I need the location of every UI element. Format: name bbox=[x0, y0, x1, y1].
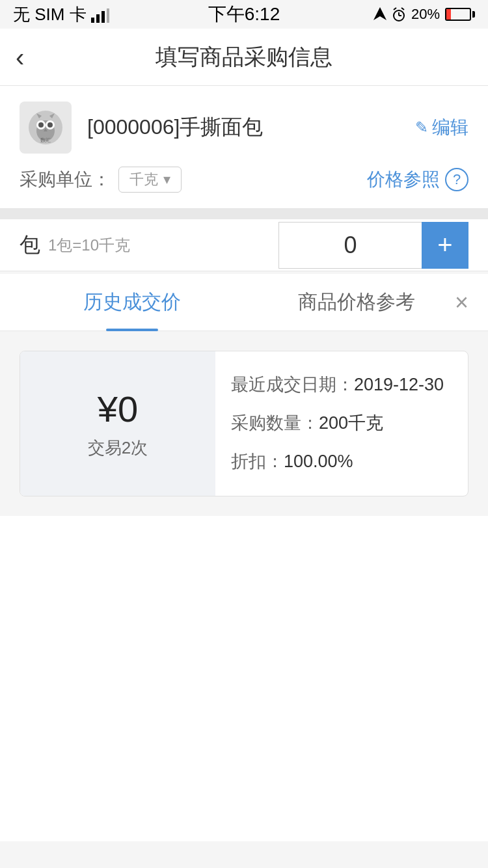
svg-marker-4 bbox=[373, 7, 386, 20]
history-detail-side: 最近成交日期：2019-12-30 采购数量：200千克 折扣：100.00% bbox=[215, 351, 468, 496]
tabs-header: 历史成交价 商品价格参考 × bbox=[0, 274, 488, 331]
currency-symbol: ¥ bbox=[98, 388, 118, 429]
page-title: 填写商品采购信息 bbox=[156, 42, 332, 72]
svg-rect-3 bbox=[107, 8, 109, 23]
price-ref-label: 价格参照 bbox=[367, 167, 440, 192]
edit-label: 编辑 bbox=[432, 115, 468, 140]
product-header: 数汇 [0000006]手撕面包 ✎ 编辑 bbox=[20, 102, 468, 154]
dropdown-arrow: ▾ bbox=[163, 171, 170, 188]
status-right: 20% bbox=[373, 6, 475, 23]
quantity-conversion: 1包=10千克 bbox=[48, 235, 130, 256]
quantity-plus-button[interactable]: + bbox=[422, 222, 468, 269]
status-time: 下午6:12 bbox=[208, 2, 280, 27]
quantity-input[interactable] bbox=[278, 222, 422, 269]
alarm-icon bbox=[392, 7, 406, 21]
history-price-amount: ¥0 bbox=[98, 388, 138, 429]
product-header-left: 数汇 [0000006]手撕面包 bbox=[20, 102, 263, 154]
signal-text: 无 SIM 卡 bbox=[13, 3, 109, 26]
history-discount-row: 折扣：100.00% bbox=[231, 448, 452, 476]
price-amount: 0 bbox=[118, 388, 138, 429]
discount-value: 100.00% bbox=[284, 452, 353, 471]
purchase-qty-label: 采购数量： bbox=[231, 413, 319, 433]
svg-point-14 bbox=[38, 122, 44, 128]
tab-underline bbox=[106, 329, 158, 331]
battery-percent: 20% bbox=[411, 6, 440, 23]
edit-icon: ✎ bbox=[415, 118, 428, 137]
nav-bar: ‹ 填写商品采购信息 bbox=[0, 29, 488, 86]
tab-history-label: 历史成交价 bbox=[83, 289, 181, 316]
status-bar: 无 SIM 卡 下午6:12 20% bbox=[0, 0, 488, 29]
section-divider bbox=[0, 209, 488, 219]
quantity-label: 包 1包=10千克 bbox=[20, 231, 130, 260]
discount-label: 折扣： bbox=[231, 452, 284, 471]
price-ref-help-icon: ? bbox=[445, 168, 468, 191]
svg-point-15 bbox=[47, 122, 53, 128]
back-button[interactable]: ‹ bbox=[16, 44, 24, 70]
recent-date-label: 最近成交日期： bbox=[231, 375, 354, 394]
tab-price-ref-label: 商品价格参考 bbox=[298, 289, 415, 316]
history-card: ¥0 交易2次 最近成交日期：2019-12-30 采购数量：200千克 折扣：… bbox=[20, 351, 468, 496]
tab-content-history: ¥0 交易2次 最近成交日期：2019-12-30 采购数量：200千克 折扣：… bbox=[0, 331, 488, 516]
unit-value: 千克 bbox=[129, 170, 158, 189]
svg-line-8 bbox=[394, 8, 396, 10]
battery-icon bbox=[445, 8, 475, 21]
history-recent-date-row: 最近成交日期：2019-12-30 bbox=[231, 371, 452, 399]
location-icon bbox=[373, 7, 386, 21]
history-qty-row: 采购数量：200千克 bbox=[231, 409, 452, 437]
svg-rect-0 bbox=[91, 18, 94, 23]
product-name: [0000006]手撕面包 bbox=[87, 113, 263, 142]
tab-close-button[interactable]: × bbox=[455, 291, 468, 314]
tab-history-price[interactable]: 历史成交价 bbox=[20, 274, 244, 331]
purchase-qty-value: 200千克 bbox=[319, 413, 383, 433]
product-logo-image: 数汇 bbox=[26, 108, 65, 147]
svg-text:数汇: 数汇 bbox=[40, 137, 51, 143]
recent-date-value: 2019-12-30 bbox=[354, 375, 444, 394]
quantity-row: 包 1包=10千克 + bbox=[0, 219, 488, 271]
product-card: 数汇 [0000006]手撕面包 ✎ 编辑 采购单位： 千克 ▾ 价格参照 ? bbox=[0, 86, 488, 209]
bottom-area bbox=[0, 516, 488, 841]
svg-rect-1 bbox=[96, 14, 100, 23]
quantity-input-group: + bbox=[278, 222, 468, 269]
plus-icon: + bbox=[437, 230, 452, 260]
product-logo: 数汇 bbox=[20, 102, 72, 154]
unit-selector[interactable]: 千克 ▾ bbox=[118, 167, 182, 193]
product-unit-row: 采购单位： 千克 ▾ 价格参照 ? bbox=[20, 167, 468, 193]
quantity-unit-badge: 包 bbox=[20, 231, 40, 260]
tabs-panel: 历史成交价 商品价格参考 × ¥0 交易2次 最近成交日期：2019-12-30 bbox=[0, 274, 488, 516]
unit-label: 采购单位： bbox=[20, 167, 111, 192]
unit-left: 采购单位： 千克 ▾ bbox=[20, 167, 182, 193]
history-price-side: ¥0 交易2次 bbox=[20, 351, 215, 496]
svg-rect-2 bbox=[102, 11, 105, 23]
tab-price-ref[interactable]: 商品价格参考 bbox=[244, 274, 468, 331]
svg-line-9 bbox=[401, 8, 404, 10]
history-price-display: ¥0 bbox=[98, 388, 138, 430]
edit-button[interactable]: ✎ 编辑 bbox=[415, 115, 468, 140]
history-trade-count: 交易2次 bbox=[88, 437, 148, 459]
price-ref-button[interactable]: 价格参照 ? bbox=[367, 167, 468, 192]
